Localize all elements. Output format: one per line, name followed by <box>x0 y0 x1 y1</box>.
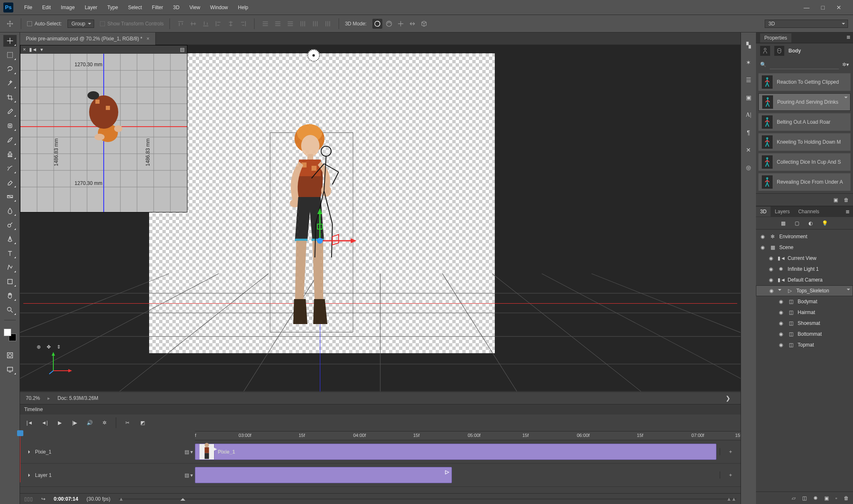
tree-node[interactable]: ◉◫Shoesmat <box>756 318 853 329</box>
move-tool[interactable] <box>3 35 17 47</box>
go-start-icon[interactable]: |◄ <box>24 417 35 428</box>
zoom-caret-icon[interactable]: ▸ <box>47 395 50 401</box>
3d-plane-icon[interactable]: ▱ <box>792 495 796 501</box>
tree-node[interactable]: ◉✺Infinite Light 1 <box>756 264 853 274</box>
distribute-bottom-icon[interactable] <box>285 19 295 29</box>
secondary-view[interactable]: × ▮◄ ▾ ▤ 1270.30 mm 1270.30 mm 1486.83 m… <box>20 45 187 212</box>
animation-item[interactable]: Pouring And Serving Drinks <box>758 93 851 111</box>
panel-menu-icon[interactable]: ≣ <box>846 34 851 40</box>
align-hcenter-icon[interactable] <box>226 19 236 29</box>
brush-tool[interactable] <box>3 134 17 146</box>
next-frame-icon[interactable]: |▶ <box>69 417 80 428</box>
window-minimize[interactable]: — <box>804 4 810 11</box>
menu-help[interactable]: Help <box>233 5 253 10</box>
tree-node[interactable]: ◉▦Scene <box>756 242 853 253</box>
distribute-left-icon[interactable] <box>298 19 308 29</box>
timeline-menu-icon[interactable]: ▯▯▯ <box>24 496 33 502</box>
menu-filter[interactable]: Filter <box>147 5 168 10</box>
prev-frame-icon[interactable]: ◄| <box>39 417 50 428</box>
3d-scene-tree[interactable]: ◉✻Environment◉▦Scene◉▮◄Current View◉✺Inf… <box>756 230 853 352</box>
zoom-value[interactable]: 70.2% <box>26 395 40 401</box>
menu-layer[interactable]: Layer <box>80 5 102 10</box>
menu-type[interactable]: Type <box>102 5 123 10</box>
3d-rotate-icon[interactable] <box>372 19 382 29</box>
dodge-tool[interactable] <box>3 219 17 231</box>
tree-node[interactable]: ◉▮◄Default Camera <box>756 274 853 285</box>
ribbon-layercomp-icon[interactable]: ▣ <box>744 93 753 102</box>
magic-wand-tool[interactable] <box>3 77 17 89</box>
3d-light-icon[interactable]: ✺ <box>813 495 818 501</box>
menu-3d[interactable]: 3D <box>168 5 184 10</box>
crop-tool[interactable] <box>3 92 17 103</box>
ribbon-adjust-icon[interactable]: ☰ <box>744 76 753 84</box>
tab-layers[interactable]: Layers <box>771 207 794 217</box>
3d-view-controls[interactable]: ⊕ ✥ ⇕ <box>37 344 61 350</box>
transition-icon[interactable]: ◩ <box>137 417 148 428</box>
search-settings-icon[interactable]: ✲▾ <box>842 62 849 67</box>
close-tab-icon[interactable]: × <box>147 36 150 42</box>
tree-node[interactable]: ◉◫Topmat <box>756 339 853 350</box>
history-brush-tool[interactable] <box>3 162 17 174</box>
filter-light-icon[interactable]: 💡 <box>822 220 828 226</box>
play-icon[interactable]: ▶ <box>54 417 65 428</box>
filter-scene-icon[interactable]: ▦ <box>781 220 786 226</box>
align-right-icon[interactable] <box>238 19 248 29</box>
trash-icon[interactable]: 🗑 <box>844 197 849 203</box>
secondary-close-icon[interactable]: × <box>23 47 26 52</box>
3d-render-icon[interactable]: ▣ <box>824 495 829 501</box>
zoom-slider[interactable]: ▲ ▲▲ <box>119 497 736 501</box>
3d-roll-icon[interactable] <box>384 19 394 29</box>
visibility-icon[interactable]: ◉ <box>759 245 766 250</box>
timeline-track-pixie[interactable]: Pixie_1 ▤ ▾ ▶ Pixie_1 ＋ <box>20 440 741 464</box>
tree-node[interactable]: ◉▮◄Current View <box>756 253 853 264</box>
document-tab[interactable]: Pixie pre-animation.psd @ 70.2% (Pixie_1… <box>20 32 156 45</box>
tree-node[interactable]: ◉◫Hairmat <box>756 307 853 318</box>
auto-select-target[interactable]: Group <box>67 20 94 28</box>
orbit-icon[interactable]: ⊕ <box>37 344 41 350</box>
menu-image[interactable]: Image <box>56 5 80 10</box>
gradient-tool[interactable] <box>3 191 17 202</box>
hand-tool[interactable] <box>3 290 17 302</box>
eraser-tool[interactable] <box>3 177 17 188</box>
add-track-button[interactable]: ＋ <box>720 472 741 479</box>
align-bottom-icon[interactable] <box>201 19 211 29</box>
menu-edit[interactable]: Edit <box>37 5 56 10</box>
tab-channels[interactable]: Channels <box>794 207 823 217</box>
3d-new-icon[interactable]: ▫ <box>836 495 837 501</box>
eyedropper-tool[interactable] <box>3 106 17 117</box>
distribute-vcenter-icon[interactable] <box>273 19 283 29</box>
menu-window[interactable]: Window <box>205 5 233 10</box>
timeline-ruler[interactable]: f 03:00f 15f 04:00f 15f 05:00f 15f 06:00… <box>195 431 741 440</box>
dolly-icon[interactable]: ⇕ <box>57 344 61 350</box>
ribbon-tools-icon[interactable]: ✕ <box>744 146 753 154</box>
stamp-tool[interactable] <box>3 148 17 160</box>
pan-icon[interactable]: ✥ <box>47 344 51 350</box>
tree-node[interactable]: ◉✻Environment <box>756 231 853 242</box>
split-icon[interactable]: ✂ <box>122 417 133 428</box>
tree-node[interactable]: ◉◫Bodymat <box>756 296 853 307</box>
screenmode-tool[interactable] <box>3 364 17 375</box>
visibility-icon[interactable]: ◉ <box>768 255 774 261</box>
align-top-icon[interactable] <box>176 19 186 29</box>
distribute-right-icon[interactable] <box>323 19 333 29</box>
animation-item[interactable]: Revealing Dice From Under A <box>758 173 851 191</box>
lasso-tool[interactable] <box>3 63 17 75</box>
tree-node[interactable]: ◉▷Tops_Skeleton <box>756 285 853 296</box>
show-transform-checkbox[interactable]: Show Transform Controls <box>100 21 164 27</box>
render-icon[interactable]: ↪ <box>41 496 45 502</box>
secondary-menu-icon[interactable]: ▤ <box>180 47 185 52</box>
pen-tool[interactable] <box>3 233 17 245</box>
ribbon-type-a-icon[interactable]: A| <box>744 111 753 119</box>
visibility-icon[interactable]: ◉ <box>778 309 784 315</box>
3d-mode-select[interactable]: 3D <box>765 20 848 28</box>
visibility-icon[interactable]: ◉ <box>778 342 784 348</box>
path-tool[interactable] <box>3 262 17 273</box>
track-options-icon[interactable]: ▤ ▾ <box>182 472 195 478</box>
3d-character[interactable] <box>270 116 353 332</box>
visibility-icon[interactable]: ◉ <box>768 288 775 294</box>
distribute-hcenter-icon[interactable] <box>310 19 320 29</box>
auto-select-checkbox[interactable]: Auto-Select: <box>27 21 62 27</box>
3d-cube-icon[interactable]: ◫ <box>802 495 807 501</box>
animation-item[interactable]: Collecting Dice In Cup And S <box>758 153 851 171</box>
animation-list[interactable]: Reaction To Getting ClippedPouring And S… <box>756 71 853 193</box>
